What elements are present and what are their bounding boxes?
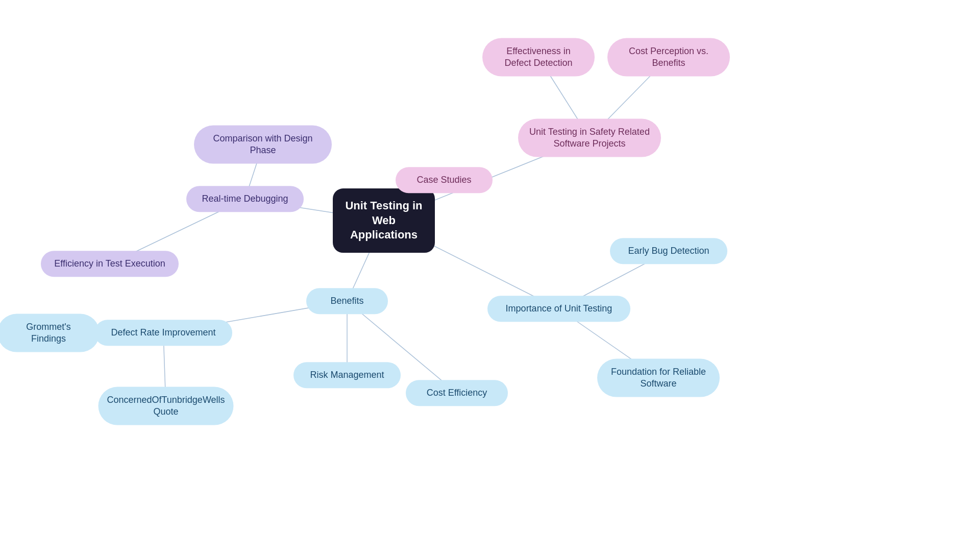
node-defect-rate[interactable]: Defect Rate Improvement bbox=[94, 320, 232, 346]
node-comparison-design[interactable]: Comparison with Design Phase bbox=[194, 126, 332, 164]
node-grommets[interactable]: Grommet's Findings bbox=[0, 314, 100, 352]
mind-map-canvas: Unit Testing in Web ApplicationsEffectiv… bbox=[0, 0, 980, 553]
center-node[interactable]: Unit Testing in Web Applications bbox=[333, 188, 435, 253]
node-cost-efficiency[interactable]: Cost Efficiency bbox=[406, 380, 508, 406]
node-real-time-debugging[interactable]: Real-time Debugging bbox=[186, 186, 304, 212]
node-effectiveness[interactable]: Effectiveness in Defect Detection bbox=[482, 38, 595, 77]
node-importance[interactable]: Importance of Unit Testing bbox=[487, 296, 630, 322]
node-foundation[interactable]: Foundation for Reliable Software bbox=[597, 359, 720, 397]
node-risk-management[interactable]: Risk Management bbox=[293, 362, 401, 388]
node-cost-perception[interactable]: Cost Perception vs. Benefits bbox=[607, 38, 730, 77]
node-early-bug[interactable]: Early Bug Detection bbox=[610, 238, 727, 264]
node-unit-testing-safety[interactable]: Unit Testing in Safety Related Software … bbox=[518, 119, 661, 157]
node-case-studies[interactable]: Case Studies bbox=[396, 167, 493, 193]
node-concerned[interactable]: ConcernedOfTunbridgeWells Quote bbox=[99, 387, 234, 425]
node-efficiency-test[interactable]: Efficiency in Test Execution bbox=[41, 251, 179, 277]
node-benefits[interactable]: Benefits bbox=[306, 288, 388, 314]
